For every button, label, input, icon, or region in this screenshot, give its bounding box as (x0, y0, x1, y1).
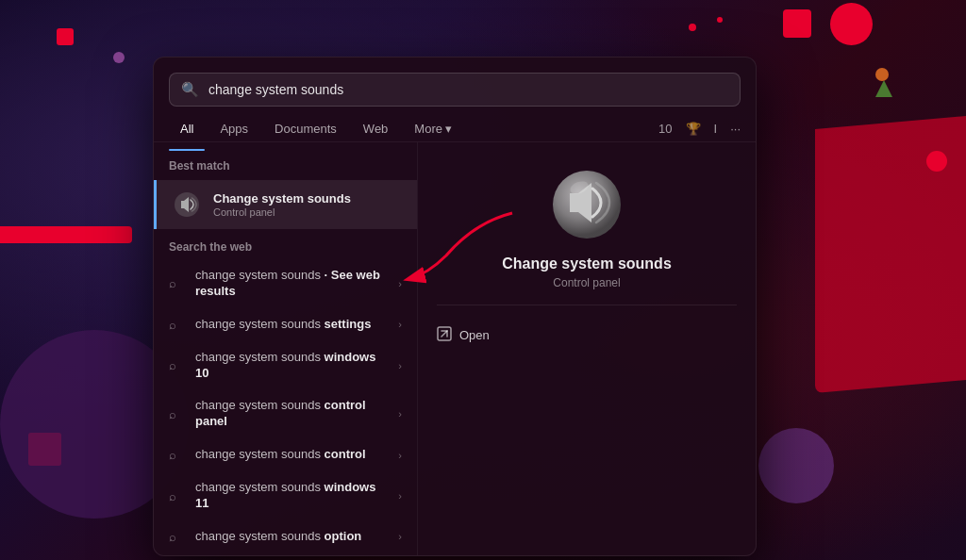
badge-count: 10 (658, 122, 672, 136)
list-item[interactable]: ⌕ change system sounds windows 10 › (154, 341, 417, 390)
chevron-right-icon: › (398, 450, 402, 461)
web-result-text: change system sounds windows 10 (195, 350, 389, 382)
search-web-label: Search the web (154, 229, 417, 259)
best-match-subtitle: Control panel (213, 206, 402, 218)
search-loop-icon: ⌕ (169, 530, 186, 544)
search-loop-icon: ⌕ (169, 276, 186, 290)
open-button[interactable]: Open (437, 321, 737, 350)
detail-divider (437, 305, 737, 305)
trophy-icon: 🏆 (686, 122, 701, 136)
best-match-item[interactable]: Change system sounds Control panel (154, 180, 417, 229)
best-match-text: Change system sounds Control panel (213, 191, 402, 218)
tab-documents[interactable]: Documents (263, 116, 348, 141)
chevron-right-icon: › (398, 490, 402, 502)
filter-tabs: All Apps Documents Web More ▾ 10 🏆 I ··· (154, 107, 756, 142)
detail-subtitle: Control panel (553, 276, 620, 289)
search-loop-icon: ⌕ (169, 358, 186, 372)
search-icon: 🔍 (181, 81, 199, 98)
tab-all[interactable]: All (169, 116, 205, 141)
detail-title: Change system sounds (502, 255, 672, 272)
best-match-label: Best match (154, 156, 417, 180)
search-loop-icon: ⌕ (169, 318, 186, 332)
open-label: Open (459, 328, 490, 342)
list-item[interactable]: ⌕ change system sounds option › (154, 520, 417, 553)
chevron-right-icon: › (398, 319, 402, 330)
list-item[interactable]: ⌕ change system sounds control › (154, 438, 417, 471)
search-loop-icon: ⌕ (169, 448, 186, 462)
results-panel: Best match Change system sounds Control … (154, 142, 418, 556)
speaker-icon-large (549, 165, 625, 240)
tab-apps[interactable]: Apps (208, 116, 259, 141)
list-item[interactable]: ⌕ change system sounds windows 11 › (154, 471, 417, 520)
web-result-text: change system sounds · See web results (195, 268, 389, 300)
web-result-text: change system sounds control panel (195, 398, 389, 430)
search-loop-icon: ⌕ (169, 489, 186, 503)
chevron-right-icon: › (398, 278, 402, 289)
more-icon[interactable]: ··· (730, 122, 741, 136)
open-external-icon (437, 326, 452, 344)
start-menu: 🔍 All Apps Documents Web More ▾ 10 🏆 I ·… (153, 57, 757, 556)
tab-right-controls: 10 🏆 I ··· (658, 122, 741, 136)
web-result-text: change system sounds option (195, 529, 389, 545)
web-result-text: change system sounds windows 11 (195, 480, 389, 512)
tab-more[interactable]: More ▾ (403, 116, 463, 141)
detail-panel: Change system sounds Control panel Open (418, 142, 756, 556)
user-icon[interactable]: I (714, 122, 718, 136)
search-input[interactable] (208, 82, 728, 97)
content-area: Best match Change system sounds Control … (154, 142, 756, 556)
chevron-right-icon: › (398, 408, 402, 420)
list-item[interactable]: ⌕ change system sounds · See web results… (154, 259, 417, 308)
chevron-right-icon: › (398, 531, 402, 542)
best-match-title: Change system sounds (213, 191, 402, 206)
chevron-right-icon: › (398, 360, 402, 371)
list-item[interactable]: ⌕ change system sounds settings › (154, 308, 417, 341)
chevron-down-icon: ▾ (445, 122, 452, 136)
tab-web[interactable]: Web (352, 116, 400, 141)
web-result-text: change system sounds settings (195, 317, 389, 333)
web-result-text: change system sounds control (195, 447, 389, 463)
search-loop-icon: ⌕ (169, 407, 186, 421)
speaker-icon-small (172, 189, 202, 220)
list-item[interactable]: ⌕ change system sounds control panel › (154, 389, 417, 438)
search-bar: 🔍 (169, 73, 741, 107)
